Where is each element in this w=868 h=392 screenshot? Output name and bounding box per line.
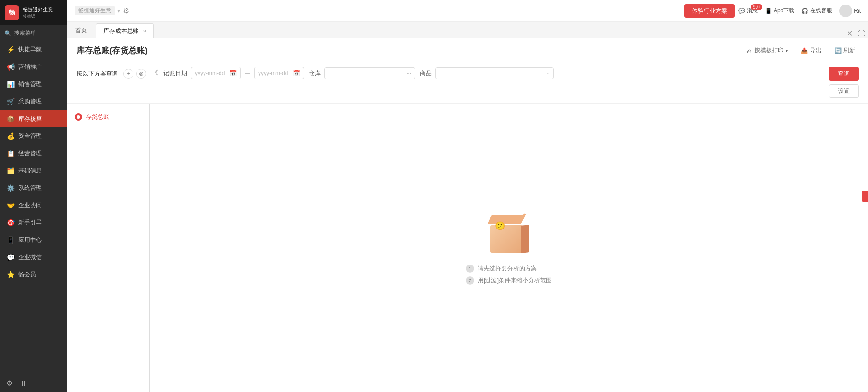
- sidebar-item-inventory[interactable]: 📦 库存核算: [0, 110, 67, 127]
- appstore-icon: 📱: [6, 236, 15, 244]
- basic-label: 基础信息: [18, 167, 42, 175]
- basic-icon: 🗂️: [6, 167, 15, 175]
- sidebar-footer: ⚙ ⏸: [0, 374, 67, 392]
- member-icon: ⭐: [6, 270, 15, 279]
- empty-illustration: ✦ 😕: [481, 212, 536, 257]
- empty-tips: 1 请先选择要分析的方案 2 用[过滤]条件来缩小分析范围: [466, 265, 552, 285]
- print-btn[interactable]: 🖨 按模板打印 ▾: [743, 45, 791, 56]
- sidebar-item-sales[interactable]: 📊 销售管理: [0, 76, 67, 93]
- marketing-icon: 📢: [6, 63, 15, 71]
- query-btn[interactable]: 查询: [829, 67, 859, 81]
- audio-icon[interactable]: ⏸: [20, 379, 27, 387]
- filter-actions: + ⊗: [123, 67, 146, 79]
- user-avatar: [839, 5, 852, 17]
- app-download-btn[interactable]: 📱 App下载: [765, 7, 794, 15]
- sidebar-item-appstore[interactable]: 📱 应用中心: [0, 231, 67, 249]
- sidebar-item-enterprise[interactable]: 🤝 企业协同: [0, 197, 67, 214]
- tip-item-1: 1 请先选择要分析的方案: [466, 265, 552, 273]
- date-start-placeholder: yyyy-mm-dd: [195, 70, 225, 76]
- goods-more-icon[interactable]: ···: [545, 70, 550, 76]
- calendar-end-icon[interactable]: 📅: [293, 70, 300, 76]
- industry-btn[interactable]: 体验行业方案: [684, 4, 735, 18]
- sidebar-item-system[interactable]: ⚙️ 系统管理: [0, 179, 67, 197]
- scheme-item-inventory-ledger[interactable]: 存货总账: [67, 109, 149, 125]
- user-name: Rit: [854, 8, 861, 14]
- remove-filter-btn[interactable]: ⊗: [136, 69, 146, 79]
- sales-icon: 📊: [6, 80, 15, 88]
- breadcrumb-area: 畅捷通好生意 ▾ ⚙: [75, 6, 681, 15]
- date-end-input[interactable]: yyyy-mm-dd 📅: [254, 67, 304, 79]
- enterprise-label: 企业协同: [18, 201, 42, 209]
- warehouse-selector[interactable]: ···: [324, 67, 415, 79]
- maximize-icon[interactable]: ⛶: [855, 30, 868, 38]
- sidebar-item-member[interactable]: ⭐ 畅会员: [0, 266, 67, 283]
- purchase-icon: 🛒: [6, 97, 15, 106]
- date-separator: —: [245, 70, 250, 76]
- tip-text-2: 用[过滤]条件来缩小分析范围: [478, 276, 552, 285]
- operations-icon: 📋: [6, 149, 15, 158]
- sales-label: 销售管理: [18, 80, 42, 88]
- refresh-icon: 🔄: [834, 47, 842, 54]
- newbie-label: 新手引导: [18, 219, 42, 227]
- tabbar: 首页 库存成本总账 × ✕ ⛶: [67, 22, 868, 38]
- export-icon: 📤: [801, 47, 808, 54]
- messages-btn[interactable]: 💬 消息 99+: [738, 7, 758, 15]
- system-label: 系统管理: [18, 184, 42, 192]
- sidebar-item-wechat[interactable]: 💬 企业微信: [0, 249, 67, 266]
- close-panel-btn[interactable]: ✕: [844, 29, 855, 38]
- tip-text-1: 请先选择要分析的方案: [478, 265, 537, 273]
- date-start-input[interactable]: yyyy-mm-dd 📅: [191, 67, 241, 79]
- warehouse-filter-row: 仓库 ···: [309, 67, 415, 79]
- refresh-label: 刷新: [843, 46, 855, 55]
- right-panel-toggle[interactable]: [862, 191, 868, 202]
- scheme-sidebar: 存货总账: [67, 104, 149, 392]
- sidebar-item-purchase[interactable]: 🛒 采购管理: [0, 93, 67, 110]
- print-icon: 🖨: [746, 47, 752, 54]
- goods-filter-row: 商品 ···: [420, 67, 554, 79]
- purchase-label: 采购管理: [18, 97, 42, 106]
- headset-icon: 🎧: [802, 8, 808, 14]
- tab-close-icon[interactable]: ×: [143, 28, 146, 34]
- sidebar-item-operations[interactable]: 📋 经营管理: [0, 145, 67, 162]
- app-logo: 畅 畅捷通好生意 标准版: [0, 0, 67, 25]
- online-service-btn[interactable]: 🎧 在线客服: [802, 7, 832, 15]
- tab-home-label: 首页: [75, 27, 87, 34]
- sidebar-item-finance[interactable]: 💰 资金管理: [0, 127, 67, 145]
- filter-label: 按以下方案查询: [77, 67, 118, 78]
- date-field-label: 记账日期: [163, 69, 187, 77]
- refresh-btn[interactable]: 🔄 刷新: [831, 45, 859, 56]
- wechat-icon: 💬: [6, 253, 15, 261]
- online-service-label: 在线客服: [810, 7, 832, 15]
- settings-icon[interactable]: ⚙: [123, 6, 129, 15]
- settings-footer-icon[interactable]: ⚙: [6, 379, 13, 387]
- sidebar-item-newbie[interactable]: 🎯 新手引导: [0, 214, 67, 231]
- sidebar-item-search[interactable]: 🔍 搜索菜单: [0, 25, 67, 41]
- marketing-label: 营销推广: [18, 63, 42, 71]
- wechat-label: 企业微信: [18, 253, 42, 261]
- user-profile[interactable]: Rit: [839, 5, 861, 17]
- collapse-filter-icon[interactable]: 《: [152, 67, 158, 77]
- sidebar-item-marketing[interactable]: 📢 营销推广: [0, 58, 67, 76]
- export-btn[interactable]: 📤 导出: [797, 45, 825, 56]
- goods-selector[interactable]: ···: [435, 67, 554, 79]
- sidebar-item-shortcut[interactable]: ⚡ 快捷导航: [0, 41, 67, 58]
- message-icon: 💬: [738, 8, 745, 14]
- empty-state: ✦ 😕 1 请先选择要分析的方案 2 用[过滤]条件来缩小分析范围: [466, 212, 552, 285]
- page-content: 库存总账(存货总账) 🖨 按模板打印 ▾ 📤 导出 🔄 刷新 按以下方案查: [67, 38, 868, 392]
- settings-btn[interactable]: 设置: [829, 84, 859, 98]
- sidebar-item-basic[interactable]: 🗂️ 基础信息: [0, 162, 67, 179]
- warehouse-label: 仓库: [309, 69, 321, 77]
- box-side: [521, 225, 529, 253]
- main-area: 畅捷通好生意 ▾ ⚙ 体验行业方案 💬 消息 99+ 📱 App下载 🎧 在线客…: [67, 0, 868, 392]
- inventory-icon: 📦: [6, 115, 15, 123]
- add-filter-btn[interactable]: +: [123, 69, 133, 79]
- shortcut-icon: ⚡: [6, 46, 15, 54]
- tip-number-2: 2: [466, 276, 474, 285]
- tab-inventory-ledger[interactable]: 库存成本总账 ×: [96, 23, 154, 38]
- calendar-start-icon[interactable]: 📅: [230, 70, 237, 76]
- sidebar-nav: ⚡ 快捷导航 📢 营销推广 📊 销售管理 🛒 采购管理 📦 库存核算 💰 资金管…: [0, 41, 67, 374]
- warehouse-more-icon[interactable]: ···: [407, 70, 411, 76]
- tab-home[interactable]: 首页: [67, 23, 95, 38]
- app-download-label: App下载: [774, 7, 794, 15]
- date-end-placeholder: yyyy-mm-dd: [258, 70, 288, 76]
